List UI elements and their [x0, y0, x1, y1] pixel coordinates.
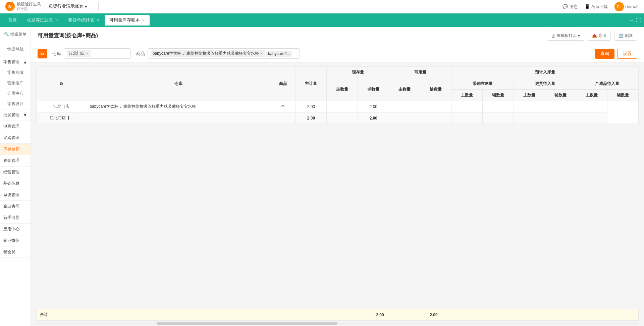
- sidebar-vip-header[interactable]: 畅会员: [0, 246, 31, 258]
- footer-available-main: 2.00: [420, 313, 447, 317]
- th-gear[interactable]: ⚙: [37, 67, 86, 101]
- th-arrival-aux: 辅数量: [545, 90, 576, 101]
- sidebar-section-enterprise: 企业协同: [0, 201, 31, 212]
- product-filter-tag1: babycare学饮杯 儿童防摔防撞吸管杯重力球吸嘴杯宝宝水杯 ✕: [151, 50, 265, 57]
- sidebar-system-header[interactable]: 系统管理: [0, 189, 31, 200]
- search-menu-button[interactable]: 🔍 搜索菜单: [3, 30, 28, 39]
- product-filter-label: 商品: [136, 51, 145, 57]
- horizontal-scrollbar[interactable]: [36, 321, 639, 326]
- sidebar-new-guide-header[interactable]: 新手引导: [0, 212, 31, 223]
- message-button[interactable]: 💬 消息: [562, 4, 578, 10]
- sidebar-inventory-header[interactable]: 库存核算: [0, 144, 31, 155]
- row1-unit: 个: [271, 101, 296, 112]
- warehouse-tag-close[interactable]: ✕: [86, 52, 89, 55]
- page-title: 可用量查询(按仓库+商品): [38, 32, 98, 39]
- tab-expand-icon[interactable]: ⛶: [636, 17, 641, 23]
- page-actions: 🖨 按模板打印 📤 导出 🔄 刷新: [547, 31, 637, 41]
- sidebar-item-retail-mall[interactable]: 零售商城: [0, 67, 31, 78]
- tab-receive-summary-close[interactable]: ✕: [55, 18, 58, 22]
- tab-bar: 首页 收发存汇总表 ✕ 要货单统计表 ✕ 可用量库存账本 ✕ ─ ⛶: [0, 13, 644, 27]
- warehouse-filter-more[interactable]: ···: [92, 51, 95, 56]
- row1-purchase-main: [420, 101, 451, 112]
- tab-home[interactable]: 首页: [3, 15, 21, 26]
- sidebar-finance-header[interactable]: 资金管理: [0, 155, 31, 166]
- sidebar-section-enterprise-wechat: 企业微信: [0, 235, 31, 246]
- sidebar-enterprise-header[interactable]: 企业协同: [0, 201, 31, 212]
- sidebar-section-purchase: 采购管理: [0, 132, 31, 144]
- product-filter-input[interactable]: babycare学饮杯 儿童防摔防撞吸管杯重力球吸嘴杯宝宝水杯 ✕ babyca…: [148, 48, 300, 59]
- sidebar-enterprise-wechat-header[interactable]: 企业微信: [0, 235, 31, 246]
- th-production-main: 主数量: [576, 90, 607, 101]
- th-production-group: 产成品待入量: [576, 78, 638, 90]
- sidebar-section-retail: 零售管理 ▲ 零售商城 营销推广 会员中心 零售统计: [0, 56, 31, 109]
- scrollbar-thumb[interactable]: [157, 322, 337, 325]
- sidebar-item-marketing[interactable]: 营销推广: [0, 78, 31, 88]
- product-filter-tag2: babycare?...: [266, 51, 292, 57]
- th-unit: 主计量: [296, 67, 327, 101]
- sidebar-section-system: 系统管理: [0, 189, 31, 201]
- tab-home-label: 首页: [8, 17, 17, 23]
- table-row: 江北门店 babycare学饮杯 儿童防摔防撞吸管杯重力球吸嘴杯宝宝水杯 个 2…: [37, 101, 639, 112]
- logo-icon: 好: [5, 2, 15, 11]
- tab-available-stock[interactable]: 可用量库存账本 ✕: [105, 15, 150, 26]
- product-filter-more[interactable]: ···: [293, 51, 297, 56]
- sidebar-operations-header[interactable]: 经营管理: [0, 167, 31, 178]
- warehouse-filter-input[interactable]: 江北门店 ✕ ···: [64, 48, 131, 59]
- th-arrival-main: 主数量: [514, 90, 545, 101]
- top-header: 好 畅捷通好生意 标准版 母婴行业演示账套 💬 消息 📱 App下载 Ea de…: [0, 0, 644, 13]
- sidebar-retail-header[interactable]: 零售管理 ▲: [0, 56, 31, 67]
- query-button[interactable]: 查询: [595, 49, 614, 59]
- sidebar-item-retail-stats[interactable]: 零售统计: [0, 99, 31, 109]
- header-right: 💬 消息 📱 App下载 Ea demo2: [562, 2, 639, 11]
- logo-text-group: 畅捷通好生意 标准版: [17, 2, 41, 11]
- product-tag1-close[interactable]: ✕: [260, 52, 263, 55]
- template-print-button[interactable]: 🖨 按模板打印: [547, 31, 584, 41]
- sidebar-search-area: 🔍 搜索菜单: [0, 27, 31, 42]
- row1-warehouse: 江北门店: [37, 101, 86, 112]
- sidebar-ecommerce-header[interactable]: 电商管理: [0, 121, 31, 132]
- sidebar: 🔍 搜索菜单 快捷导航 零售管理 ▲ 零售商城 营销推广 会员中心 零售统计 批…: [0, 27, 31, 326]
- row2-stock-aux: [327, 112, 358, 124]
- th-available-group: 可用量: [389, 67, 451, 78]
- sidebar-app-center-header[interactable]: 应用中心: [0, 224, 31, 235]
- sidebar-item-member[interactable]: 会员中心: [0, 88, 31, 99]
- app-download-button[interactable]: 📱 App下载: [585, 4, 608, 10]
- th-purchase-group: 采购在途量: [451, 78, 514, 90]
- sidebar-basic-header[interactable]: 基础信息: [0, 178, 31, 189]
- row2-stock-main: 2.00: [296, 112, 327, 124]
- tab-minimize-icon[interactable]: ─: [630, 17, 633, 23]
- tab-receive-summary[interactable]: 收发存汇总表 ✕: [22, 15, 63, 26]
- sidebar-section-vip: 畅会员: [0, 246, 31, 258]
- row1-stock-aux: [327, 101, 358, 112]
- th-stock-aux: 辅数量: [358, 78, 389, 101]
- row2-purchase-aux: [451, 112, 483, 124]
- scrollbar-track: [36, 322, 639, 325]
- row1-available-aux: [389, 101, 420, 112]
- tab-receive-summary-label: 收发存汇总表: [27, 17, 53, 23]
- th-warehouse: 仓库: [86, 67, 271, 101]
- sidebar-purchase-label: 采购管理: [3, 135, 19, 141]
- row2-purchase-main: [420, 112, 451, 124]
- logo-subtext: 标准版: [17, 6, 41, 11]
- sidebar-vip-label: 畅会员: [3, 249, 15, 255]
- tab-order-stats[interactable]: 要货单统计表 ✕: [63, 15, 104, 26]
- table-row: 江北门店【... 2.00 2.00: [37, 112, 639, 124]
- sidebar-wholesale-header[interactable]: 批发管理 ▼: [0, 109, 31, 121]
- sidebar-enterprise-wechat-label: 企业微信: [3, 238, 19, 243]
- message-label: 消息: [569, 4, 578, 10]
- th-purchase-main: 主数量: [451, 90, 483, 101]
- row1-arrival-aux: [514, 101, 545, 112]
- export-button[interactable]: 📤 导出: [588, 31, 611, 41]
- settings-button[interactable]: 设置: [617, 49, 637, 59]
- user-profile[interactable]: Ea demo2: [614, 2, 639, 11]
- th-product: 商品: [271, 67, 296, 101]
- sidebar-purchase-header[interactable]: 采购管理: [0, 132, 31, 143]
- tab-order-stats-close[interactable]: ✕: [96, 18, 99, 22]
- tab-available-stock-close[interactable]: ✕: [142, 18, 145, 22]
- filter-toggle-button[interactable]: ≫: [38, 49, 47, 58]
- refresh-button[interactable]: 🔄 刷新: [614, 31, 637, 41]
- logo-area: 好 畅捷通好生意 标准版: [5, 2, 41, 11]
- store-selector[interactable]: 母婴行业演示账套: [45, 2, 99, 11]
- sidebar-item-quick-nav[interactable]: 快捷导航: [0, 44, 31, 55]
- row1-product: babycare学饮杯 儿童防摔防撞吸管杯重力球吸嘴杯宝宝水杯: [86, 101, 271, 112]
